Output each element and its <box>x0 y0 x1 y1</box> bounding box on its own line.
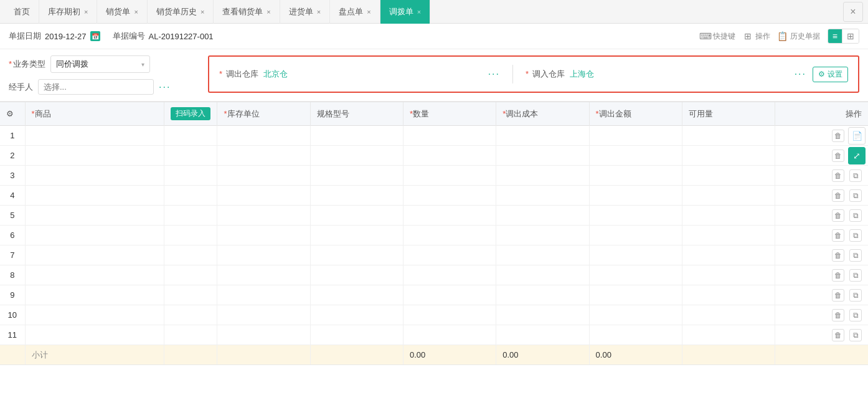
cell-transfer-amount[interactable] <box>589 206 682 226</box>
cell-transfer-cost[interactable] <box>496 285 589 305</box>
grid-view-button[interactable]: ⊞ <box>842 29 859 43</box>
cell-unit[interactable] <box>217 226 310 245</box>
cell-transfer-cost[interactable] <box>496 206 589 226</box>
cell-spec[interactable] <box>310 146 403 166</box>
cell-product[interactable] <box>25 166 164 186</box>
tab-view-sales[interactable]: 查看销货单× <box>214 0 280 24</box>
business-type-select[interactable]: 同价调拨 ▾ <box>50 55 150 73</box>
side-expand-button[interactable]: ⤢ <box>848 147 866 164</box>
cell-product[interactable] <box>25 186 164 206</box>
handler-input[interactable] <box>38 79 154 95</box>
cell-transfer-amount[interactable] <box>589 126 682 146</box>
cell-spec[interactable] <box>310 126 403 146</box>
cell-transfer-amount[interactable] <box>589 325 682 345</box>
cell-product[interactable] <box>25 265 164 285</box>
cell-unit[interactable] <box>217 265 310 285</box>
cell-transfer-amount[interactable] <box>589 245 682 265</box>
copy-row-button[interactable]: ⧉ <box>849 309 862 321</box>
tab-close-icon-sales-order[interactable]: × <box>134 8 138 16</box>
cell-transfer-cost[interactable] <box>496 146 589 166</box>
copy-row-button[interactable]: ⧉ <box>849 209 862 222</box>
cell-quantity[interactable] <box>403 206 496 226</box>
handler-more-icon[interactable]: ··· <box>159 82 171 93</box>
cell-transfer-amount[interactable] <box>589 226 682 245</box>
cell-transfer-cost[interactable] <box>496 245 589 265</box>
cell-transfer-cost[interactable] <box>496 166 589 186</box>
cell-transfer-cost[interactable] <box>496 186 589 206</box>
tab-inventory-init[interactable]: 库存期初× <box>39 0 97 24</box>
tab-stocktake[interactable]: 盘点单× <box>330 0 380 24</box>
cell-spec[interactable] <box>310 305 403 325</box>
cell-quantity[interactable] <box>403 305 496 325</box>
cell-available[interactable] <box>682 285 775 305</box>
cell-transfer-cost[interactable] <box>496 305 589 325</box>
cell-transfer-cost[interactable] <box>496 325 589 345</box>
cell-available[interactable] <box>682 265 775 285</box>
gear-header-icon[interactable]: ⚙ <box>6 109 14 118</box>
cell-transfer-amount[interactable] <box>589 146 682 166</box>
cell-quantity[interactable] <box>403 186 496 206</box>
cell-transfer-amount[interactable] <box>589 186 682 206</box>
cell-quantity[interactable] <box>403 265 496 285</box>
tab-close-icon-purchase-order[interactable]: × <box>317 8 321 16</box>
cell-available[interactable] <box>682 206 775 226</box>
delete-row-button[interactable]: 🗑 <box>832 130 844 142</box>
cell-quantity[interactable] <box>403 146 496 166</box>
tab-close-icon-stocktake[interactable]: × <box>367 8 370 16</box>
tab-close-icon-transfer[interactable]: × <box>417 8 421 16</box>
delete-row-button[interactable]: 🗑 <box>832 229 844 242</box>
cell-available[interactable] <box>682 245 775 265</box>
delete-row-button[interactable]: 🗑 <box>832 309 844 321</box>
cell-quantity[interactable] <box>403 166 496 186</box>
cell-unit[interactable] <box>217 245 310 265</box>
cell-transfer-cost[interactable] <box>496 226 589 245</box>
side-document-button[interactable]: 📄 <box>848 127 866 145</box>
tab-home[interactable]: 首页 <box>5 0 39 24</box>
cell-available[interactable] <box>682 226 775 245</box>
cell-unit[interactable] <box>217 206 310 226</box>
cell-quantity[interactable] <box>403 126 496 146</box>
cell-available[interactable] <box>682 325 775 345</box>
cell-available[interactable] <box>682 126 775 146</box>
cell-spec[interactable] <box>310 226 403 245</box>
tab-transfer[interactable]: 调拨单× <box>380 0 430 24</box>
copy-row-button[interactable]: ⧉ <box>849 289 862 302</box>
cell-spec[interactable] <box>310 325 403 345</box>
cell-transfer-amount[interactable] <box>589 285 682 305</box>
cell-transfer-amount[interactable] <box>589 305 682 325</box>
scan-button[interactable]: 扫码录入 <box>171 107 210 120</box>
shortcuts-button[interactable]: ⌨ 快捷键 <box>701 31 735 42</box>
cell-spec[interactable] <box>310 265 403 285</box>
copy-row-button[interactable]: ⧉ <box>849 189 862 202</box>
cell-unit[interactable] <box>217 305 310 325</box>
delete-row-button[interactable]: 🗑 <box>832 269 844 282</box>
cell-product[interactable] <box>25 206 164 226</box>
cell-available[interactable] <box>682 166 775 186</box>
tab-sales-history[interactable]: 销货单历史× <box>148 0 214 24</box>
delete-row-button[interactable]: 🗑 <box>832 150 844 162</box>
copy-row-button[interactable]: ⧉ <box>849 169 862 182</box>
calendar-icon[interactable]: 📅 <box>90 31 100 41</box>
cell-transfer-cost[interactable] <box>496 126 589 146</box>
cell-spec[interactable] <box>310 285 403 305</box>
delete-row-button[interactable]: 🗑 <box>832 329 844 341</box>
delete-row-button[interactable]: 🗑 <box>832 169 844 182</box>
cell-available[interactable] <box>682 186 775 206</box>
cell-unit[interactable] <box>217 186 310 206</box>
cell-product[interactable] <box>25 146 164 166</box>
tab-close-icon-view-sales[interactable]: × <box>267 8 270 16</box>
operations-button[interactable]: ⊞ 操作 <box>743 31 770 42</box>
delete-row-button[interactable]: 🗑 <box>832 209 844 222</box>
cell-transfer-amount[interactable] <box>589 166 682 186</box>
cell-unit[interactable] <box>217 146 310 166</box>
tab-close-icon-sales-history[interactable]: × <box>200 8 204 16</box>
cell-quantity[interactable] <box>403 226 496 245</box>
copy-row-button[interactable]: ⧉ <box>849 229 862 242</box>
cell-product[interactable] <box>25 325 164 345</box>
copy-row-button[interactable]: ⧉ <box>849 329 862 341</box>
cell-product[interactable] <box>25 285 164 305</box>
cell-quantity[interactable] <box>403 245 496 265</box>
history-button[interactable]: 📋 历史单据 <box>778 31 820 42</box>
delete-row-button[interactable]: 🗑 <box>832 189 844 202</box>
delete-row-button[interactable]: 🗑 <box>832 289 844 302</box>
